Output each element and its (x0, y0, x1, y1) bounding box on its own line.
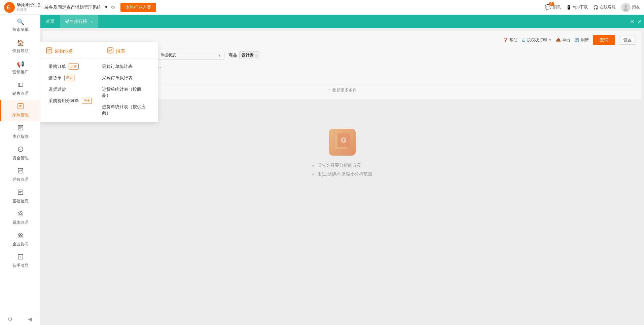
report1-label: 采购订单统计表 (102, 64, 133, 70)
svg-point-1 (624, 5, 627, 8)
return-label: 进货退货 (48, 86, 66, 92)
dropdown-item-report4[interactable]: 进货单统计表（按供应商） (99, 101, 153, 118)
expense-label: 采购费用分摊单 (48, 98, 79, 104)
svg-rect-20 (108, 48, 113, 53)
report-section-title: 报表 (107, 47, 125, 55)
sidebar-item-cooperation[interactable]: 企业协同 (0, 229, 40, 250)
sidebar-label-marketing: 营销推广 (12, 69, 29, 75)
sidebar-item-system[interactable]: 系统管理 (0, 207, 40, 229)
svg-rect-3 (18, 83, 23, 86)
cooperation-icon (17, 232, 24, 240)
dropdown-item-purchase-order[interactable]: 采购订单 历史 (46, 61, 99, 72)
system-title-text: 装备及固定资产辅助管理系统 (44, 4, 101, 10)
sidebar-bottom: ⚙ ◀ (0, 313, 40, 325)
purchase-title: 采购业务 (55, 48, 73, 54)
svg-point-14 (18, 211, 23, 216)
title-dropdown-arrow[interactable]: ▼ (104, 5, 108, 10)
dropdown-item-report3[interactable]: 进货单统计表（按商品） (99, 84, 153, 101)
tab-window-btns: ✕ ⤢ (627, 18, 644, 25)
hist-badge-purchase-order: 历史 (69, 64, 79, 70)
sidebar-label-capital: 资金管理 (12, 155, 29, 161)
sidebar-item-capital[interactable]: ¥ 资金管理 (0, 143, 40, 164)
sidebar-item-marketing[interactable]: 📢 营销推广 (0, 57, 40, 78)
dropdown-item-report2[interactable]: 采购订单执行表 (99, 73, 153, 83)
headset-icon: 🎧 (593, 5, 598, 10)
purchase-icon (17, 103, 24, 111)
report4-label: 进货单统计表（按供应商） (102, 104, 150, 116)
app-download-btn[interactable]: 📱 App下载 (566, 4, 588, 10)
svg-text:?: ? (20, 255, 21, 259)
sales-icon (17, 82, 24, 89)
inbound-label: 进货单 (48, 75, 62, 81)
sidebar-settings-btn[interactable]: ⚙ (0, 316, 20, 322)
report-col: 采购订单统计表 采购订单执行表 进货单统计表（按商品） 进货单统计表（按供应商） (99, 61, 153, 118)
sidebar-item-inventory[interactable]: 库存核算 (0, 121, 40, 143)
sidebar-collapse-btn[interactable]: ◀ (20, 316, 40, 322)
svg-text:6: 6 (7, 5, 10, 10)
dropdown-item-inbound[interactable]: 进货单 历史 (46, 73, 99, 83)
report-title: 报表 (116, 48, 125, 54)
svg-rect-19 (46, 48, 52, 53)
phone-icon: 📱 (566, 5, 571, 10)
title-settings-icon[interactable]: ⚙ (111, 5, 115, 10)
dropdown-item-return[interactable]: 进货退货 (46, 84, 99, 95)
sidebar-item-sales[interactable]: 销售管理 (0, 78, 40, 100)
sidebar-label-system: 系统管理 (12, 220, 29, 226)
tab-close-icon[interactable]: × (91, 19, 93, 24)
svg-point-15 (19, 234, 21, 236)
dropdown-menu: 采购业务 报表 采购订单 历史 (40, 42, 158, 122)
sidebar-item-search[interactable]: 🔍 搜索菜单 (0, 15, 40, 36)
online-service-btn[interactable]: 🎧 在线客服 (593, 4, 616, 10)
inventory-icon (17, 125, 24, 132)
online-service-label: 在线客服 (600, 4, 616, 10)
dropdown-item-report1[interactable]: 采购订单统计表 (99, 61, 153, 72)
sidebar-item-quick-nav[interactable]: 🏠 快捷导航 (0, 36, 40, 57)
tab-bar: 首页 销售排行榜 × ✕ ⤢ (40, 15, 644, 28)
capital-icon: ¥ (17, 146, 24, 154)
svg-point-16 (21, 234, 23, 236)
svg-point-13 (20, 213, 22, 215)
sidebar-label-search: 搜索菜单 (12, 27, 29, 33)
company-name: 畅捷通好生意 (17, 2, 41, 8)
sidebar-item-basic-info[interactable]: 基础信息 (0, 186, 40, 207)
guide-icon: ? (17, 254, 24, 261)
hist-badge-inbound: 历史 (64, 75, 74, 81)
page-content: 采购业务 报表 采购订单 历史 (40, 28, 644, 325)
app-download-label: App下载 (573, 4, 588, 10)
tab-home[interactable]: 首页 (40, 15, 60, 28)
edition-label: 标准版 (17, 7, 41, 12)
logo-area: 6 畅捷通好生意 标准版 (4, 2, 44, 13)
tab-sales-rank-label: 销售排行榜 (65, 18, 87, 25)
report2-label: 采购订单执行表 (102, 75, 133, 81)
industry-btn[interactable]: 体验行业方案 (120, 3, 156, 12)
message-label: 消息 (553, 4, 561, 10)
header-right: 💬 9 消息 📱 App下载 🎧 在线客服 用友 (545, 3, 640, 12)
sidebar: 🔍 搜索菜单 🏠 快捷导航 📢 营销推广 销售管理 采购管理 (0, 15, 40, 325)
message-btn[interactable]: 💬 9 消息 (545, 4, 561, 10)
top-header: 6 畅捷通好生意 标准版 装备及固定资产辅助管理系统 ▼ ⚙ 体验行业方案 💬 … (0, 0, 644, 15)
sidebar-item-guide[interactable]: ? 新手引导 (0, 250, 40, 272)
svg-text:¥: ¥ (19, 148, 21, 151)
search-icon: 🔍 (17, 18, 24, 26)
message-badge-container: 💬 9 (545, 4, 551, 10)
report3-label: 进货单统计表（按商品） (102, 86, 150, 98)
system-icon (17, 211, 24, 218)
dropdown-header: 采购业务 报表 (40, 46, 158, 58)
tab-close-window-btn[interactable]: ✕ (630, 18, 634, 25)
tab-maximize-btn[interactable]: ⤢ (637, 18, 641, 25)
svg-rect-5 (18, 104, 23, 109)
message-badge: 9 (549, 2, 554, 6)
app-logo: 6 (4, 2, 15, 13)
dropdown-columns: 采购订单 历史 进货单 历史 进货退货 采购费用分摊单 历史 (40, 61, 158, 118)
purchase-col: 采购订单 历史 进货单 历史 进货退货 采购费用分摊单 历史 (46, 61, 99, 118)
tab-sales-rank[interactable]: 销售排行榜 × (60, 15, 98, 28)
purchase-section-icon (46, 47, 52, 55)
system-title-area: 装备及固定资产辅助管理系统 ▼ ⚙ 体验行业方案 (44, 3, 545, 12)
dropdown-item-expense[interactable]: 采购费用分摊单 历史 (46, 95, 99, 106)
report-section-icon (107, 47, 114, 55)
user-area[interactable]: 用友 (621, 3, 640, 12)
sidebar-item-operations[interactable]: 经营管理 (0, 164, 40, 186)
sidebar-item-purchase[interactable]: 采购管理 (0, 100, 40, 121)
marketing-icon: 📢 (17, 60, 24, 68)
sidebar-label-guide: 新手引导 (12, 263, 29, 269)
